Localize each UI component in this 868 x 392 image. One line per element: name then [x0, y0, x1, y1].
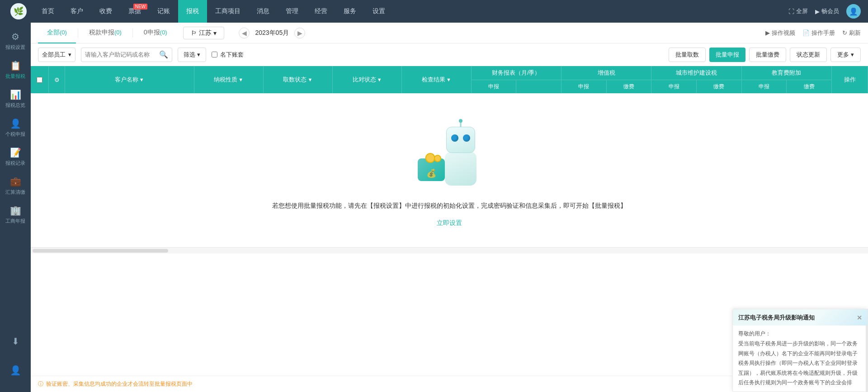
- logo-icon: 🌿: [10, 3, 27, 19]
- filter-button[interactable]: 筛选 ▾: [178, 48, 206, 62]
- robot-antenna-ball: [459, 119, 462, 123]
- table-header: ⚙ 客户名称 ▼ 纳税性质 ▼ 取数状态 ▼ 比对状态 ▼: [31, 66, 868, 93]
- edu-group-label: 教育费附加: [742, 66, 831, 80]
- city-group-label: 城市维护建设税: [651, 66, 741, 80]
- city-sub-pay: 缴费: [697, 80, 741, 93]
- sidebar-user[interactable]: 👤: [0, 356, 31, 385]
- annual-icon: 🏢: [10, 205, 21, 216]
- filter-icon-compare: ▼: [377, 77, 382, 82]
- manual-icon: 📄: [802, 29, 810, 36]
- personal-icon: 👤: [10, 118, 21, 129]
- batch-declare-button[interactable]: 批量申报: [709, 48, 745, 62]
- nav-operation[interactable]: 经营: [307, 0, 335, 23]
- notification-body: 尊敬的用户： 受当前电子税务局进一步升级的影响，同一个政务网账号（办税人）名下的…: [733, 325, 868, 392]
- employee-select[interactable]: 全部员工 ▾: [38, 48, 75, 62]
- notification-title: 江苏电子税务局升级影响通知: [738, 314, 815, 322]
- nav-ticket[interactable]: 票据 NEW: [120, 0, 149, 23]
- batch-tax-icon: 📋: [10, 60, 21, 71]
- th-education-group: 教育费附加 申报 缴费: [742, 66, 832, 93]
- select-all-checkbox[interactable]: [37, 77, 42, 83]
- robot-torso: [445, 152, 476, 186]
- nav-tax[interactable]: 报税: [178, 0, 207, 23]
- sidebar-item-batch-tax[interactable]: 📋 批量报税: [0, 55, 31, 84]
- tab-zero-declare[interactable]: 0申报 (0): [135, 23, 176, 43]
- notification-panel: 江苏电子税务局升级影响通知 ✕ 尊敬的用户： 受当前电子税务局进一步升级的影响，…: [732, 309, 868, 392]
- month-next-button[interactable]: ▶: [294, 28, 305, 38]
- scroll-hint[interactable]: [31, 247, 868, 253]
- nav-manage[interactable]: 管理: [278, 0, 307, 23]
- edu-sub-declare: 申报: [742, 80, 787, 93]
- sidebar-item-personal-tax[interactable]: 👤 个税申报: [0, 113, 31, 142]
- region-selector[interactable]: 🏳 江苏 ▾: [183, 27, 224, 39]
- vip-button[interactable]: ▶ 畅会员: [815, 7, 839, 15]
- fullscreen-button[interactable]: ⛶ 全屏: [788, 7, 808, 15]
- new-badge: NEW: [133, 4, 147, 10]
- batch-pay-button[interactable]: 批量缴费: [749, 48, 786, 62]
- video-link[interactable]: ▶ 操作视频: [765, 29, 795, 37]
- chevron-down-icon: ▾: [213, 29, 217, 37]
- user-avatar[interactable]: 👤: [846, 4, 861, 19]
- tax-settings-icon: ⚙: [11, 31, 19, 42]
- tab-zero-count: (0): [160, 29, 167, 36]
- more-chevron-icon: ▾: [851, 51, 854, 58]
- th-operate: 操作: [832, 66, 868, 93]
- robot-eye-left: [451, 134, 458, 142]
- th-compare-status: 比对状态 ▼: [333, 66, 402, 93]
- sidebar-item-tax-records[interactable]: 📝 报税记录: [0, 142, 31, 171]
- sidebar-download[interactable]: ⬇: [0, 327, 31, 356]
- nav-service[interactable]: 服务: [335, 0, 364, 23]
- status-update-button[interactable]: 状态更新: [790, 48, 827, 62]
- user-icon: 👤: [10, 365, 21, 376]
- more-button[interactable]: 更多 ▾: [830, 48, 861, 62]
- toolbar: 全部员工 ▾ 🔍 筛选 ▾ 名下账套 批量取数 批量申报 批量缴费 状态更新: [31, 43, 868, 66]
- tab-tax-declare[interactable]: 税款申报 (0): [80, 23, 131, 43]
- robot-eye-right: [463, 134, 470, 142]
- sidebar-item-tax-overview[interactable]: 📊 报税总览: [0, 84, 31, 113]
- nav-message[interactable]: 消息: [249, 0, 278, 23]
- edu-sub-pay: 缴费: [787, 80, 831, 93]
- financial-group-subs: 申报: [472, 80, 561, 93]
- fullscreen-icon: ⛶: [788, 8, 794, 15]
- empty-main-text: 若您想使用批量报税功能，请先在【报税设置】中进行报税的初始化设置，完成密码验证和…: [272, 200, 627, 211]
- nav-customer[interactable]: 客户: [62, 0, 91, 23]
- vat-sub-pay: 缴费: [607, 80, 651, 93]
- robot-illustration: 💰: [413, 122, 486, 186]
- notification-close-button[interactable]: ✕: [857, 314, 862, 321]
- nav-right: ⛶ 全屏 ▶ 畅会员 👤: [788, 4, 861, 19]
- toolbar-right: 批量取数 批量申报 批量缴费 状态更新 更多 ▾: [669, 48, 861, 62]
- refresh-link[interactable]: ↻ 刷新: [842, 29, 861, 37]
- employee-label: 全部员工: [42, 51, 66, 59]
- bottom-bar-text: 验证账密、采集信息均成功的企业才会流转至批量报税页面中: [46, 380, 193, 388]
- th-customer-name: 客户名称 ▼: [65, 66, 194, 93]
- manual-link[interactable]: 📄 操作手册: [802, 29, 835, 37]
- nav-business[interactable]: 工商项目: [207, 0, 249, 23]
- batch-fetch-button[interactable]: 批量取数: [669, 48, 706, 62]
- robot-head: [446, 127, 475, 153]
- sidebar-item-annual-report[interactable]: 🏢 工商年报: [0, 200, 31, 229]
- nav-settings[interactable]: 设置: [364, 0, 393, 23]
- vat-sub-declare: 申报: [561, 80, 607, 93]
- nav-accounting[interactable]: 记账: [149, 0, 178, 23]
- sidebar-item-settlement[interactable]: 💼 汇算清缴: [0, 171, 31, 200]
- th-financial-group: 财务报表（月/季） 申报: [472, 66, 561, 93]
- filter-icon-check: ▼: [446, 77, 451, 82]
- month-label: 2023年05月: [255, 29, 289, 37]
- nav-home[interactable]: 首页: [33, 0, 62, 23]
- sidebar: ⚙ 报税设置 📋 批量报税 📊 报税总览 👤 个税申报 📝 报税记录 💼 汇算清…: [0, 23, 31, 392]
- tab-all[interactable]: 全部 (0): [38, 23, 76, 43]
- notification-header: 江苏电子税务局升级影响通知 ✕: [733, 309, 868, 325]
- month-nav: ◀ 2023年05月 ▶: [239, 28, 305, 38]
- month-prev-button[interactable]: ◀: [239, 28, 250, 38]
- search-icon[interactable]: 🔍: [159, 50, 168, 59]
- nav-fee[interactable]: 收费: [91, 0, 120, 23]
- name-accounts-checkbox[interactable]: [212, 52, 217, 57]
- region-flag-icon: 🏳: [191, 29, 197, 37]
- th-tax-nature: 纳税性质 ▼: [194, 66, 264, 93]
- download-icon: ⬇: [12, 336, 19, 347]
- notification-scrollbar[interactable]: [866, 325, 868, 392]
- search-input[interactable]: [85, 51, 157, 58]
- setup-link[interactable]: 立即设置: [437, 219, 462, 227]
- employee-dropdown-icon: ▾: [68, 51, 71, 58]
- sidebar-item-tax-settings[interactable]: ⚙ 报税设置: [0, 26, 31, 55]
- th-setting[interactable]: ⚙: [49, 66, 65, 93]
